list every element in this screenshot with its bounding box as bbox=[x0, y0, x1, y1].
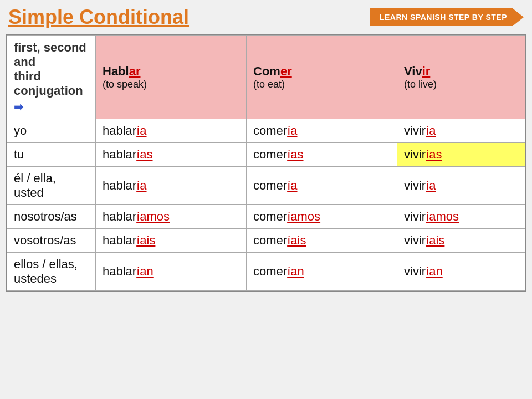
label-cell: first, second and third conjugation ➡ bbox=[7, 36, 96, 119]
table-row: vosotros/ashablaríaiscomeríaisviviríais bbox=[7, 229, 525, 253]
hablar-conj-cell: hablaría bbox=[96, 167, 247, 205]
vivir-conj-cell: viviríais bbox=[397, 229, 525, 253]
comer-conj-cell: comeríais bbox=[247, 229, 397, 253]
table-header-row: first, second and third conjugation ➡ Ha… bbox=[7, 36, 525, 119]
vivir-conj-cell: viviría bbox=[397, 167, 525, 205]
table-row: él / ella, ustedhablaríacomeríaviviría bbox=[7, 167, 525, 205]
hablar-conj-cell: hablaríais bbox=[96, 229, 247, 253]
hablar-conj-cell: hablaría bbox=[96, 119, 247, 143]
vivir-conj-cell: viviría bbox=[397, 119, 525, 143]
pronoun-cell: él / ella, usted bbox=[7, 167, 96, 205]
comer-conj-cell: comería bbox=[247, 119, 397, 143]
hablar-conj-cell: hablaríamos bbox=[96, 205, 247, 229]
banner-arrow: LEARN SPANISH STEP BY STEP bbox=[370, 8, 524, 26]
header-hablar: Hablar (to speak) bbox=[96, 36, 247, 119]
comer-conj-cell: comeríamos bbox=[247, 205, 397, 229]
hablar-conj-cell: hablarías bbox=[96, 143, 247, 167]
pronoun-cell: yo bbox=[7, 119, 96, 143]
label-line2: third conjugation bbox=[14, 69, 83, 98]
pronoun-cell: nosotros/as bbox=[7, 205, 96, 229]
vivir-conj-cell: viviríamos bbox=[397, 205, 525, 229]
comer-conj-cell: comerías bbox=[247, 143, 397, 167]
page-title: Simple Conditional bbox=[8, 6, 189, 29]
table-row: ellos / ellas, ustedeshablaríancomeríanv… bbox=[7, 253, 525, 291]
pronoun-cell: ellos / ellas, ustedes bbox=[7, 253, 96, 291]
comer-conj-cell: comería bbox=[247, 167, 397, 205]
label-line1: first, second and bbox=[14, 40, 86, 69]
pronoun-cell: tu bbox=[7, 143, 96, 167]
table-row: yohablaríacomeríaviviría bbox=[7, 119, 525, 143]
header-comer: Comer (to eat) bbox=[247, 36, 397, 119]
pronoun-cell: vosotros/as bbox=[7, 229, 96, 253]
page-header: Simple Conditional LEARN SPANISH STEP BY… bbox=[6, 6, 526, 29]
table-row: tuhablaríascomeríasvivirías bbox=[7, 143, 525, 167]
arrow-icon: ➡ bbox=[14, 100, 23, 114]
conjugation-table: first, second and third conjugation ➡ Ha… bbox=[6, 34, 526, 292]
vivir-conj-cell: vivirías bbox=[397, 143, 525, 167]
header-vivir: Vivir (to live) bbox=[397, 36, 525, 119]
hablar-conj-cell: hablarían bbox=[96, 253, 247, 291]
comer-conj-cell: comerían bbox=[247, 253, 397, 291]
vivir-conj-cell: vivirían bbox=[397, 253, 525, 291]
table-row: nosotros/ashablaríamoscomeríamosviviríam… bbox=[7, 205, 525, 229]
